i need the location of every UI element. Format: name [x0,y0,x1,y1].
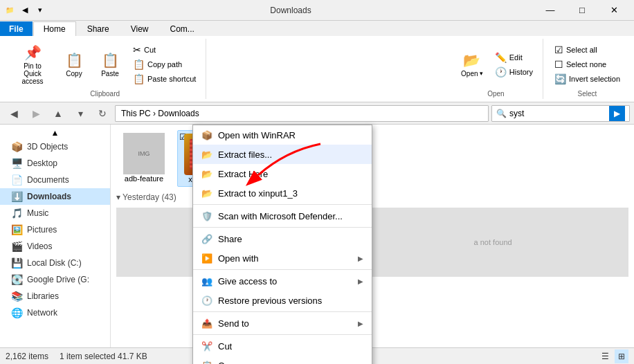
ctx-give-access-arrow: ▶ [358,277,363,285]
open-label-group: Open [487,89,504,98]
tab-file[interactable]: File [0,21,33,36]
desktop-icon: 🖥️ [11,158,23,169]
selected-info: 1 item selected 41.7 KB [60,352,147,361]
sidebar-item-pictures[interactable]: 🖼️ Pictures [0,221,110,238]
open-label: Open [461,70,478,78]
details-view-btn[interactable]: ☰ [598,349,612,363]
paste-shortcut-btn[interactable]: 📋 Paste shortcut [129,72,200,86]
sidebar-item-3d-objects[interactable]: 📦 3D Objects [0,138,110,155]
history-label: History [509,68,533,76]
open-btn[interactable]: 📂 Open ▾ [455,42,489,87]
tab-share[interactable]: Share [77,21,120,36]
copy-path-btn[interactable]: 📋 Copy path [129,57,200,71]
ctx-scan-defender[interactable]: 🛡️ Scan with Microsoft Defender... [193,206,372,226]
close-btn[interactable]: ✕ [598,0,630,21]
item-count: 2,162 items [6,352,48,361]
search-icon: 🔍 [496,109,507,118]
maximize-btn[interactable]: □ [566,0,598,21]
paste-shortcut-label: Paste shortcut [147,75,196,83]
file-item-adb[interactable]: IMG adb-feature [116,130,172,187]
edit-btn[interactable]: ✏️ Edit [491,51,537,64]
ctx-open-with[interactable]: ▶️ Open with ▶ [193,248,372,268]
tab-home[interactable]: Home [33,21,76,36]
recent-locations-btn[interactable]: ▾ [71,104,90,123]
select-none-btn[interactable]: ☐ Select none [550,57,624,71]
up-btn[interactable]: ▲ [48,104,68,123]
copy-btn[interactable]: 📋 Copy [57,42,91,87]
pin-label: Pin to Quick access [15,62,50,85]
ctx-send-to[interactable]: 📤 Send to ▶ [193,313,372,333]
ctx-open-with-arrow: ▶ [358,255,363,262]
ctx-copy[interactable]: 📋 Copy [193,356,372,364]
ctx-give-access[interactable]: 👥 Give access to ▶ [193,271,372,291]
edit-label: Edit [509,53,523,62]
ctx-extract-files[interactable]: 📂 Extract files... [193,145,372,164]
sidebar-label-music: Music [27,208,48,218]
tab-computer[interactable]: Com... [160,21,205,36]
select-all-icon: ☑ [554,44,563,55]
open-small-group: ✏️ Edit 🕐 History [491,51,537,79]
ctx-extract-to[interactable]: 📂 Extract to xinput1_3 [193,183,372,203]
clipboard-small-group: ✂ Cut 📋 Copy path 📋 Paste shortcut [129,43,200,86]
select-all-btn[interactable]: ☑ Select all [550,43,624,57]
sidebar-item-local-disk[interactable]: 💾 Local Disk (C:) [0,255,110,271]
sidebar-item-videos[interactable]: 🎬 Videos [0,238,110,255]
back-btn[interactable]: ◀ [4,104,24,123]
refresh-btn[interactable]: ↻ [93,104,112,123]
ctx-divider-2 [193,227,372,228]
ctx-open-winrar[interactable]: 📦 Open with WinRAR [193,125,372,145]
minimize-btn[interactable]: — [534,0,566,21]
sidebar-item-music[interactable]: 🎵 Music [0,205,110,221]
ctx-extract-here-label: Extract Here [218,169,268,179]
ctx-extract-here-icon: 📂 [201,168,212,179]
ctx-restore-label: Restore previous versions [218,295,322,306]
ctx-give-access-label: Give access to [218,276,277,286]
file-name-adb: adb-feature [125,174,163,183]
ctx-share[interactable]: 🔗 Share [193,229,372,248]
edit-icon: ✏️ [495,52,507,63]
sidebar-label-3d: 3D Objects [27,142,68,152]
open-icon: 📂 [463,52,480,69]
invert-selection-btn[interactable]: 🔄 Invert selection [550,72,624,86]
ctx-restore-icon: 🕐 [201,295,212,306]
ctx-send-to-arrow: ▶ [358,320,363,327]
sidebar-item-desktop[interactable]: 🖥️ Desktop [0,155,110,172]
quick-dropdown-btn[interactable]: ▾ [33,3,47,17]
ctx-share-label: Share [218,234,242,244]
ctx-give-access-icon: 👥 [201,275,212,286]
sidebar-item-libraries[interactable]: 📚 Libraries [0,288,110,304]
ctx-extract-here[interactable]: 📂 Extract Here [193,164,372,183]
path-text: This PC › Downloads [121,109,199,118]
select-none-icon: ☐ [554,59,563,70]
quick-back-btn[interactable]: ◀ [18,3,32,17]
cut-btn[interactable]: ✂ Cut [129,43,200,57]
ctx-divider-1 [193,204,372,205]
sidebar-item-downloads[interactable]: ⬇️ Downloads [0,188,110,205]
sidebar-label-documents: Documents [27,175,69,185]
address-path[interactable]: This PC › Downloads [115,105,489,122]
forward-btn[interactable]: ▶ [26,104,46,123]
search-go-btn[interactable]: ▶ [609,106,625,121]
clipboard-buttons: 📌 Pin to Quick access 📋 Copy 📋 Paste ✂ C… [10,40,200,89]
sidebar-label-videos: Videos [27,242,52,251]
ctx-cut[interactable]: ✂️ Cut [193,336,372,356]
sidebar-label-pictures: Pictures [27,225,57,235]
sidebar-item-google-drive[interactable]: 💽 Google Drive (G: [0,271,110,288]
sidebar-scroll-up[interactable]: ▲ [0,127,110,138]
ribbon-group-open: 📂 Open ▾ ✏️ Edit 🕐 History Open [449,39,543,99]
context-menu: 📦 Open with WinRAR 📂 Extract files... 📂 … [192,125,372,364]
downloads-icon: ⬇️ [11,191,23,202]
pin-to-quick-access-btn[interactable]: 📌 Pin to Quick access [10,42,55,87]
ctx-extract-to-label: Extract to xinput1_3 [218,188,298,199]
file-content[interactable]: IMG adb-feature ☑ xinput1_3 ▾ Yesterday … [111,125,634,347]
large-icons-view-btn[interactable]: ⊞ [615,349,628,363]
ctx-restore-versions[interactable]: 🕐 Restore previous versions [193,291,372,310]
sidebar-item-network[interactable]: 🌐 Network [0,304,110,321]
paste-btn[interactable]: 📋 Paste [93,42,127,87]
history-btn[interactable]: 🕐 History [491,65,537,79]
ctx-cut-icon: ✂️ [201,340,212,352]
sidebar-item-documents[interactable]: 📄 Documents [0,172,110,188]
search-input[interactable] [509,109,606,118]
ribbon: 📌 Pin to Quick access 📋 Copy 📋 Paste ✂ C… [0,36,634,102]
tab-view[interactable]: View [120,21,159,36]
